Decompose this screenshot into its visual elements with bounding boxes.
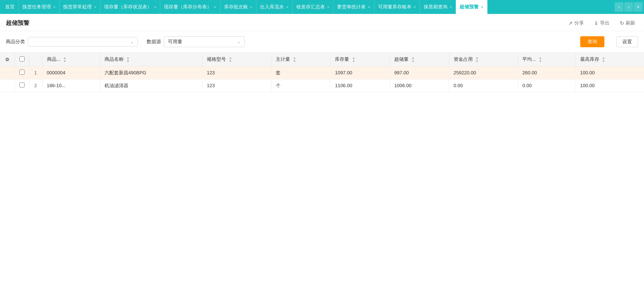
row-capital_occ: 259220.00 [449,66,518,79]
th-seq [29,53,42,66]
row-stock_qty: 1106.00 [330,79,390,92]
nav-item-receive-send[interactable]: 收发存汇总表× [293,0,333,14]
nav-close-receive-send[interactable]: × [327,5,329,9]
th-stock-qty[interactable]: 库存量 ▲▼ [330,53,390,66]
nav-close-task-mgmt[interactable]: × [53,5,55,9]
th-unit[interactable]: 主计量 ▲▼ [271,53,330,66]
table-header-row: ⚙ 商品... ▲▼ 商品名称 ▲▼ 规格型号 [0,53,644,66]
row-max_stock: 100.00 [575,79,644,92]
nav-item-home[interactable]: 首页 [1,0,19,14]
th-spec[interactable]: 规格型号 ▲▼ [202,53,271,66]
nav-arrow-left[interactable]: ‹ [615,2,623,12]
refresh-label: 刷新 [626,20,635,26]
row-unit: 个 [271,79,330,92]
nav-item-in-out-flow[interactable]: 出入库流水× [256,0,292,14]
query-button[interactable]: 查询 [580,36,604,47]
row-seq: 2 [29,79,42,92]
nav-close-available-ledger[interactable]: × [414,5,416,9]
nav-arrow-close[interactable]: × [634,2,643,12]
th-product-code[interactable]: 商品... ▲▼ [42,53,100,66]
page-title: 超储预警 [6,19,29,27]
refresh-icon: ↻ [620,20,624,26]
page-header: 超储预警 ➚ 分享 ⇓ 导出 ↻ 刷新 [0,14,644,31]
row-avg: 0.00 [518,79,575,92]
export-label: 导出 [600,20,610,26]
nav-close-stock-dist[interactable]: × [214,5,216,9]
th-avg[interactable]: 平均... ▲▼ [518,53,575,66]
th-product-name[interactable]: 商品名称 ▲▼ [100,53,202,66]
nav-item-label-stock-dist: 现存量（库存分布表） [164,4,212,10]
row-product_code: 186-10... [42,79,100,92]
settings-button[interactable]: 设置 [616,36,638,47]
nav-item-available-ledger[interactable]: 可用量库存账本× [374,0,420,14]
nav-item-order-stats[interactable]: 要货单统计表× [333,0,374,14]
nav-close-in-out-flow[interactable]: × [286,5,288,9]
nav-item-label-task-mgmt: 拣货任务管理 [22,4,51,10]
share-icon: ➚ [568,20,573,26]
datasource-label: 数据源 [147,38,161,45]
row-avg: 260.00 [518,66,575,79]
row-spec: 123 [202,66,271,79]
sort-icon-unit: ▲▼ [293,56,296,63]
row-product_name: 六配套新昌490BPG [100,66,202,79]
sort-icon-stock-qty: ▲▼ [352,56,355,63]
nav-item-label-quality-check: 保质期查询 [424,4,447,10]
header-actions: ➚ 分享 ⇓ 导出 ↻ 刷新 [566,18,638,28]
row-checkbox-1[interactable] [19,82,25,88]
row-gear-cell [0,79,15,92]
share-label: 分享 [574,20,584,26]
nav-item-home-label: 首页 [5,4,15,10]
share-button[interactable]: ➚ 分享 [566,18,587,28]
top-nav: 首页 拣货任务管理×拣货异常处理×现存量（库存状况表）×现存量（库存分布表）×库… [0,0,644,14]
gear-icon: ⚙ [5,57,10,62]
row-unit: 套 [271,66,330,79]
th-gear[interactable]: ⚙ [0,53,15,66]
nav-item-batch-account[interactable]: 库存批次账× [220,0,256,14]
row-gear-cell [0,66,15,79]
sort-icon-spec: ▲▼ [229,56,232,63]
refresh-button[interactable]: ↻ 刷新 [617,18,638,28]
category-label: 商品分类 [6,38,25,45]
nav-close-batch-account[interactable]: × [250,5,252,9]
th-max-stock[interactable]: 最高库存 ▲▼ [575,53,644,66]
nav-item-label-in-out-flow: 出入库流水 [260,4,284,10]
nav-arrows: ‹ › × [615,2,643,12]
row-capital_occ: 0.00 [449,79,518,92]
sort-icon-capital-occ: ▲▼ [475,56,479,63]
nav-close-quality-check[interactable]: × [450,5,452,9]
nav-arrow-right[interactable]: › [624,2,633,12]
nav-item-stock-status[interactable]: 现存量（库存状况表）× [100,0,160,14]
select-all-checkbox[interactable] [19,56,25,62]
nav-close-abnormal[interactable]: × [94,5,96,9]
sort-icon-over-qty: ▲▼ [411,56,415,63]
nav-item-label-batch-account: 库存批次账 [224,4,248,10]
row-spec: 123 [202,79,271,92]
nav-item-abnormal[interactable]: 拣货异常处理× [59,0,100,14]
row-stock_qty: 1097.00 [330,66,390,79]
row-product_code: 0000004 [42,66,100,79]
th-over-qty[interactable]: 超储量 ▲▼ [390,53,449,66]
row-checkbox-0[interactable] [19,70,25,75]
nav-item-task-mgmt[interactable]: 拣货任务管理× [19,0,59,14]
nav-item-label-order-stats: 要货单统计表 [337,4,366,10]
sort-icon-product-code: ▲▼ [63,56,66,63]
category-filter-group: 商品分类 ⌄ [6,37,138,47]
sort-icon-max-stock: ▲▼ [602,56,605,63]
table-row: 10000004六配套新昌490BPG123套1097.00997.002592… [0,66,644,79]
nav-close-order-stats[interactable]: × [368,5,370,9]
nav-item-quality-check[interactable]: 保质期查询× [420,0,456,14]
datasource-select[interactable]: 可用量 ⌄ [164,36,245,47]
row-max_stock: 100.00 [575,66,644,79]
nav-item-overstock-warning[interactable]: 超储预警× [456,0,487,14]
row-over_qty: 997.00 [390,66,449,79]
export-button[interactable]: ⇓ 导出 [591,18,612,28]
datasource-filter-group: 数据源 可用量 ⌄ [147,36,245,47]
sort-icon-product-name: ▲▼ [126,56,129,63]
nav-close-stock-status[interactable]: × [154,5,156,9]
category-select[interactable]: ⌄ [28,37,138,47]
th-checkbox[interactable] [15,53,29,66]
nav-close-overstock-warning[interactable]: × [481,5,483,9]
th-capital-occ[interactable]: 资金占用 ▲▼ [449,53,518,66]
nav-item-stock-dist[interactable]: 现存量（库存分布表）× [160,0,220,14]
row-seq: 1 [29,66,42,79]
